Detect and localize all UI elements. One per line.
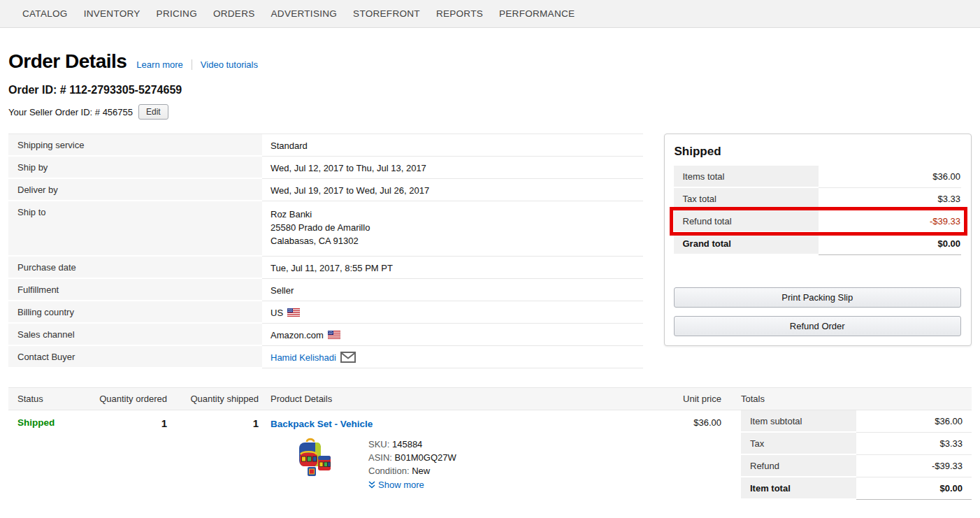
header-quantity-shipped: Quantity shipped — [167, 394, 259, 404]
detail-label: Ship by — [8, 157, 262, 179]
detail-label: Fulfillment — [8, 279, 262, 301]
detail-value: Hamid Kelishadi — [262, 346, 643, 368]
detail-label: Deliver by — [8, 179, 262, 201]
summary-label: Tax total — [674, 188, 819, 210]
summary-row-grand-total: Grand total $0.00 — [674, 233, 962, 255]
nav-item-performance[interactable]: PERFORMANCE — [499, 8, 575, 19]
learn-more-link[interactable]: Learn more — [136, 59, 182, 70]
nav-item-advertising[interactable]: ADVERTISING — [271, 8, 338, 19]
show-more-label: Show more — [378, 478, 424, 491]
envelope-icon[interactable] — [340, 352, 356, 363]
page-title: Order Details — [8, 50, 127, 73]
nav-item-reports[interactable]: REPORTS — [436, 8, 483, 19]
item-row: Shipped 1 1 Backpack Set - Vehicle — [8, 410, 972, 500]
link-divider — [192, 59, 192, 70]
ship-to-city: Calabasas, CA 91302 — [271, 234, 635, 247]
header-quantity-ordered: Quantity ordered — [87, 394, 167, 404]
us-flag-icon — [328, 331, 340, 339]
product-sku-row: SKU: 145884 — [368, 438, 456, 451]
nav-item-orders[interactable]: ORDERS — [213, 8, 255, 19]
detail-label: Billing country — [8, 301, 262, 324]
totals-label: Item subtotal — [741, 410, 856, 433]
summary-value: $3.33 — [819, 188, 962, 210]
totals-row-item-total: Item total $0.00 — [741, 477, 972, 500]
chevron-double-down-icon — [368, 481, 375, 489]
totals-value: $36.00 — [856, 410, 972, 433]
ship-to-name: Roz Banki — [271, 208, 635, 221]
detail-row-contact-buyer: Contact Buyer Hamid Kelishadi — [8, 346, 643, 368]
items-table-header: Status Quantity ordered Quantity shipped… — [8, 387, 972, 410]
detail-label: Ship to — [8, 201, 262, 257]
totals-row-item-subtotal: Item subtotal $36.00 — [741, 410, 972, 433]
detail-value: Tue, Jul 11, 2017, 8:55 PM PT — [262, 257, 643, 279]
totals-label: Refund — [741, 455, 856, 477]
asin-label: ASIN: — [368, 452, 392, 463]
detail-row-deliver-by: Deliver by Wed, Jul 19, 2017 to Wed, Jul… — [8, 179, 643, 201]
detail-label: Shipping service — [8, 134, 262, 157]
detail-value: Amazon.com — [262, 324, 643, 346]
item-totals-table: Item subtotal $36.00 Tax $3.33 Refund -$… — [721, 410, 972, 500]
item-product-details: Backpack Set - Vehicle — [259, 410, 605, 491]
us-flag-icon — [287, 308, 300, 317]
ship-to-address: Roz Banki 25580 Prado de Amarillo Calaba… — [262, 201, 643, 257]
product-condition-row: Condition: New — [368, 464, 456, 477]
totals-label: Tax — [741, 433, 856, 455]
item-status-badge: Shipped — [8, 410, 87, 428]
item-unit-price: $36.00 — [605, 410, 721, 428]
totals-value: $0.00 — [856, 477, 972, 500]
top-navigation: CATALOG INVENTORY PRICING ORDERS ADVERTI… — [0, 0, 980, 28]
condition-value: New — [412, 466, 430, 476]
header-totals: Totals — [721, 394, 972, 404]
nav-item-storefront[interactable]: STOREFRONT — [353, 8, 420, 19]
order-id-heading: Order ID: # 112-2793305-5274659 — [8, 84, 972, 96]
summary-value: $0.00 — [819, 233, 962, 255]
detail-row-shipping-service: Shipping service Standard — [8, 134, 643, 157]
detail-row-billing-country: Billing country US — [8, 301, 643, 324]
nav-item-catalog[interactable]: CATALOG — [22, 8, 68, 19]
refund-order-button[interactable]: Refund Order — [674, 316, 962, 336]
product-image[interactable] — [297, 438, 333, 477]
print-packing-slip-button[interactable]: Print Packing Slip — [674, 287, 962, 308]
condition-label: Condition: — [368, 466, 410, 476]
detail-value: Wed, Jul 12, 2017 to Thu, Jul 13, 2017 — [262, 157, 643, 179]
sku-label: SKU: — [368, 439, 389, 449]
summary-status-title: Shipped — [675, 145, 962, 159]
seller-order-id-row: Your Seller Order ID: # 456755 Edit — [8, 104, 972, 120]
ship-to-street: 25580 Prado de Amarillo — [271, 221, 635, 234]
item-quantity-ordered: 1 — [87, 410, 167, 429]
contact-buyer-link[interactable]: Hamid Kelishadi — [271, 352, 336, 363]
nav-item-inventory[interactable]: INVENTORY — [84, 8, 140, 19]
header-status: Status — [8, 394, 87, 404]
summary-label: Refund total — [674, 210, 819, 233]
detail-row-purchase-date: Purchase date Tue, Jul 11, 2017, 8:55 PM… — [8, 257, 643, 279]
product-title-link[interactable]: Backpack Set - Vehicle — [271, 419, 373, 429]
summary-value-refund: -$39.33 — [819, 210, 962, 233]
detail-row-ship-by: Ship by Wed, Jul 12, 2017 to Thu, Jul 13… — [8, 157, 643, 179]
totals-row-tax: Tax $3.33 — [741, 433, 972, 455]
detail-value: US — [262, 301, 643, 324]
nav-item-pricing[interactable]: PRICING — [157, 8, 197, 19]
detail-row-sales-channel: Sales channel Amazon.com — [8, 324, 643, 346]
detail-value: Seller — [262, 279, 643, 301]
detail-label: Purchase date — [8, 257, 262, 279]
title-row: Order Details Learn more Video tutorials — [8, 50, 972, 73]
detail-value: Standard — [262, 134, 643, 157]
detail-value: Wed, Jul 19, 2017 to Wed, Jul 26, 2017 — [262, 179, 643, 201]
detail-label: Sales channel — [8, 324, 262, 346]
edit-seller-order-id-button[interactable]: Edit — [138, 104, 168, 120]
item-quantity-shipped: 1 — [167, 410, 259, 429]
product-asin-row: ASIN: B01M0GQ27W — [368, 451, 456, 464]
show-more-link[interactable]: Show more — [368, 478, 456, 491]
summary-label: Items total — [674, 166, 819, 188]
totals-value: $3.33 — [856, 433, 972, 455]
summary-value: $36.00 — [819, 166, 962, 188]
seller-order-id-label: Your Seller Order ID: # 456755 — [8, 107, 133, 117]
totals-label: Item total — [741, 477, 856, 500]
asin-value: B01M0GQ27W — [395, 452, 456, 463]
order-items-table: Status Quantity ordered Quantity shipped… — [8, 387, 972, 500]
header-unit-price: Unit price — [605, 394, 721, 404]
order-summary-panel: Shipped Items total $36.00 Tax total $3.… — [664, 134, 972, 346]
totals-value-refund: -$39.33 — [856, 455, 972, 477]
summary-row-items-total: Items total $36.00 — [674, 166, 962, 188]
video-tutorials-link[interactable]: Video tutorials — [201, 59, 258, 70]
